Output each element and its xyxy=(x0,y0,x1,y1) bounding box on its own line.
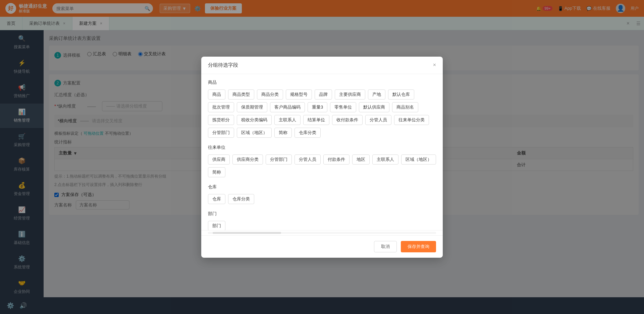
section-goods-tags: 商品 商品类型 商品分类 规格型号 品牌 主要供应商 产地 默认仓库 批次管理 … xyxy=(208,89,436,138)
field-tag-supervisor[interactable]: 分管人员 xyxy=(365,115,391,125)
group-field-dialog: 分组待选字段 × 商品 商品 商品类型 商品分类 规格型号 品牌 主要供应商 产… xyxy=(201,57,443,258)
field-tag-goods[interactable]: 商品 xyxy=(208,89,225,100)
field-tag-region-partner2[interactable]: 区域（地区） xyxy=(401,154,436,165)
section-dept-tags: 部门 xyxy=(208,221,436,230)
field-tag-region-goods[interactable]: 区域（地区） xyxy=(237,128,272,138)
field-tag-payment-cond[interactable]: 付款条件 xyxy=(323,154,350,165)
dialog-close-button[interactable]: × xyxy=(433,62,436,68)
field-tag-warehouse[interactable]: 仓库 xyxy=(208,194,225,204)
field-tag-goods-category[interactable]: 商品分类 xyxy=(257,89,283,100)
field-tag-default-warehouse[interactable]: 默认仓库 xyxy=(388,89,414,100)
dialog-body: 商品 商品 商品类型 商品分类 规格型号 品牌 主要供应商 产地 默认仓库 批次… xyxy=(201,74,443,230)
field-tag-batch[interactable]: 批次管理 xyxy=(208,102,234,112)
field-tag-partner-category[interactable]: 往来单位分类 xyxy=(394,115,429,125)
field-tag-region-partner[interactable]: 地区 xyxy=(352,154,370,165)
field-tag-weight3[interactable]: 重量3 xyxy=(308,102,327,112)
section-partner-title: 往来单位 xyxy=(208,144,436,150)
field-tag-payment-terms[interactable]: 收付款条件 xyxy=(332,115,363,125)
modal-overlay: 分组待选字段 × 商品 商品 商品类型 商品分类 规格型号 品牌 主要供应商 产… xyxy=(0,0,644,314)
field-tag-short-name-partner[interactable]: 简称 xyxy=(208,167,225,177)
field-tag-brand[interactable]: 品牌 xyxy=(315,89,332,100)
section-warehouse-title: 仓库 xyxy=(208,184,436,190)
dialog-header: 分组待选字段 × xyxy=(201,57,443,74)
field-tag-retail-unit[interactable]: 零售单位 xyxy=(330,102,356,112)
section-partner: 往来单位 供应商 供应商分类 分管部门 分管人员 付款条件 地区 主联系人 区域… xyxy=(208,144,436,177)
field-tag-short-name[interactable]: 简称 xyxy=(274,128,292,138)
section-partner-tags: 供应商 供应商分类 分管部门 分管人员 付款条件 地区 主联系人 区域（地区） … xyxy=(208,154,436,177)
field-tag-dept[interactable]: 部门 xyxy=(208,221,225,230)
field-tag-customer-code[interactable]: 客户商品编码 xyxy=(270,102,305,112)
field-tag-person-partner[interactable]: 分管人员 xyxy=(294,154,321,165)
field-tag-default-supplier[interactable]: 默认供应商 xyxy=(359,102,389,112)
field-tag-goods-type[interactable]: 商品类型 xyxy=(228,89,254,100)
field-tag-dept-mgr[interactable]: 分管部门 xyxy=(208,128,234,138)
field-tag-dept-partner[interactable]: 分管部门 xyxy=(266,154,292,165)
field-tag-supplier-category[interactable]: 供应商分类 xyxy=(232,154,263,165)
section-goods: 商品 商品 商品类型 商品分类 规格型号 品牌 主要供应商 产地 默认仓库 批次… xyxy=(208,79,436,138)
field-tag-main-contact[interactable]: 主联系人 xyxy=(274,115,301,125)
field-tag-warehouse-cat[interactable]: 仓库分类 xyxy=(228,194,254,204)
field-tag-main-contact-partner[interactable]: 主联系人 xyxy=(372,154,398,165)
field-tag-origin[interactable]: 产地 xyxy=(368,89,385,100)
field-tag-goods-alias[interactable]: 商品别名 xyxy=(392,102,418,112)
section-warehouse: 仓库 仓库 仓库分类 xyxy=(208,184,436,204)
field-tag-tax-code[interactable]: 税收分类编码 xyxy=(237,115,272,125)
cancel-button[interactable]: 取消 xyxy=(374,241,397,252)
dialog-footer: 取消 保存并查询 xyxy=(201,235,443,258)
field-tag-settle-unit[interactable]: 结算单位 xyxy=(303,115,329,125)
section-goods-title: 商品 xyxy=(208,79,436,85)
section-dept: 部门 部门 xyxy=(208,211,436,230)
field-tag-main-supplier[interactable]: 主要供应商 xyxy=(335,89,365,100)
section-dept-title: 部门 xyxy=(208,211,436,217)
scroll-thumb[interactable] xyxy=(213,232,281,234)
field-tag-expiry[interactable]: 保质期管理 xyxy=(237,102,267,112)
section-warehouse-tags: 仓库 仓库分类 xyxy=(208,194,436,204)
field-tag-pick-points[interactable]: 拣货积分 xyxy=(208,115,234,125)
field-tag-supplier[interactable]: 供应商 xyxy=(208,154,230,165)
dialog-scroll-bar xyxy=(201,230,443,235)
field-tag-warehouse-category[interactable]: 仓库分类 xyxy=(294,128,321,138)
confirm-button[interactable]: 保存并查询 xyxy=(401,241,436,252)
field-tag-spec-model[interactable]: 规格型号 xyxy=(286,89,312,100)
dialog-title: 分组待选字段 xyxy=(208,62,238,68)
